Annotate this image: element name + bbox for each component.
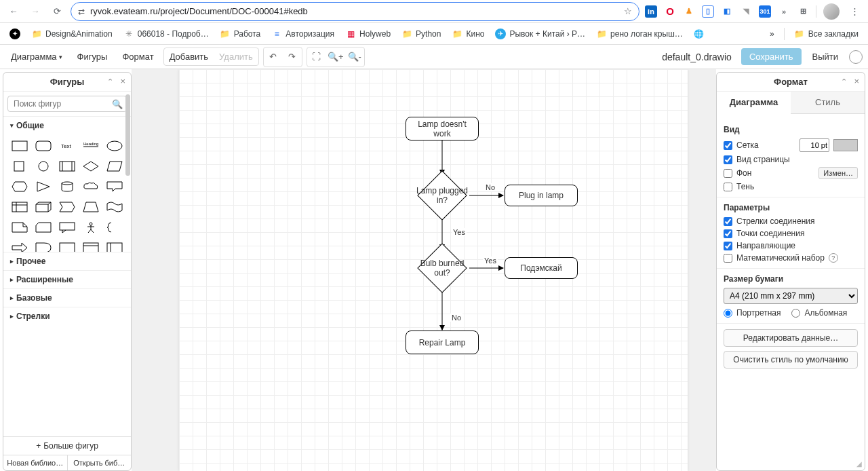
- bookmark-reno[interactable]: 📁рено логан крыш…: [592, 26, 687, 41]
- connpoints-checkbox[interactable]: [724, 229, 732, 238]
- edge-no1[interactable]: No: [484, 183, 496, 191]
- shape-container[interactable]: [56, 239, 77, 252]
- shape-arrow-right[interactable]: [9, 239, 30, 252]
- shape-cloud[interactable]: [81, 178, 102, 195]
- language-button[interactable]: [849, 50, 863, 64]
- back-button[interactable]: ←: [5, 3, 22, 20]
- new-library-button[interactable]: Новая библио…: [3, 455, 68, 470]
- tab-style[interactable]: Стиль: [791, 92, 865, 113]
- tab-diagram[interactable]: Диаграмма: [717, 92, 791, 114]
- resize-handle[interactable]: ◢: [856, 460, 862, 468]
- forward-button[interactable]: →: [27, 3, 43, 20]
- menu-diagram[interactable]: Диаграмма▾: [5, 48, 68, 65]
- category-ext[interactable]: ▸Расширенные: [3, 270, 131, 288]
- landscape-radio[interactable]: [791, 309, 800, 318]
- avatar[interactable]: [823, 3, 840, 20]
- category-general[interactable]: ▾Общие: [3, 116, 131, 134]
- close-icon[interactable]: ×: [120, 76, 125, 86]
- badge-icon[interactable]: 301: [759, 5, 771, 18]
- shape-actor[interactable]: [81, 219, 102, 236]
- collapse-icon[interactable]: ⌃: [107, 77, 113, 86]
- opera-icon[interactable]: O: [664, 5, 676, 18]
- shape-tape[interactable]: [104, 198, 125, 216]
- apps-icon[interactable]: ✦: [5, 26, 24, 41]
- all-bookmarks[interactable]: 📁Все закладки: [790, 26, 863, 41]
- node-replace[interactable]: Подэмскай: [505, 257, 578, 279]
- canvas[interactable]: Lamp doesn't work Lamp plugged in? Plug …: [132, 69, 716, 471]
- shape-ellipse[interactable]: [104, 137, 125, 155]
- node-plugged[interactable]: Lamp plugged in?: [415, 174, 469, 216]
- linkedin-icon[interactable]: in: [645, 5, 657, 18]
- grid-size-input[interactable]: [800, 138, 829, 152]
- zoom-out-button[interactable]: 🔍-: [345, 48, 364, 67]
- shape-process[interactable]: [56, 157, 77, 175]
- shape-rect[interactable]: [9, 137, 30, 155]
- portrait-radio[interactable]: [724, 309, 732, 318]
- shape-triangle[interactable]: [33, 178, 54, 195]
- shape-step[interactable]: [56, 198, 77, 216]
- scrollbar[interactable]: [125, 94, 130, 176]
- category-basic[interactable]: ▸Базовые: [3, 288, 131, 307]
- menu-shapes[interactable]: Фигуры: [72, 48, 113, 65]
- node-start[interactable]: Lamp doesn't work: [406, 117, 479, 140]
- edit-data-button[interactable]: Редактировать данные…: [724, 329, 858, 347]
- ok-icon[interactable]: ♟: [683, 5, 695, 18]
- background-checkbox[interactable]: [724, 169, 732, 178]
- connarrows-checkbox[interactable]: [724, 217, 732, 226]
- collapse-icon[interactable]: ⌃: [841, 77, 847, 86]
- grid-checkbox[interactable]: [724, 141, 732, 150]
- shape-trapezoid[interactable]: [81, 198, 102, 216]
- extensions-icon[interactable]: ⊞: [797, 5, 809, 18]
- shape-containerv[interactable]: [104, 239, 125, 252]
- shape-text[interactable]: Text: [56, 137, 77, 155]
- add-button[interactable]: Добавить: [164, 48, 214, 65]
- shape-containerh[interactable]: [81, 239, 102, 252]
- more-ext-icon[interactable]: »: [778, 5, 790, 18]
- delete-button[interactable]: Удалить: [214, 48, 258, 65]
- help-icon[interactable]: ?: [829, 253, 838, 263]
- bookmark-066018[interactable]: ✳066018 - Подроб…: [119, 26, 213, 41]
- shape-note[interactable]: [9, 219, 30, 236]
- change-button[interactable]: Измен…: [818, 167, 858, 179]
- math-checkbox[interactable]: [724, 254, 732, 263]
- address-bar[interactable]: ⇄ ryvok.evateam.ru/project/Document/DOC-…: [71, 2, 639, 21]
- exit-button[interactable]: Выйти: [806, 48, 846, 65]
- shape-card[interactable]: [33, 219, 54, 236]
- shape-circle[interactable]: [33, 157, 54, 175]
- shape-diamond[interactable]: [81, 157, 102, 175]
- shape-callout[interactable]: [104, 178, 125, 195]
- close-icon[interactable]: ×: [854, 76, 859, 86]
- bookmark-globe[interactable]: 🌐: [690, 26, 709, 41]
- open-library-button[interactable]: Открыть биб…: [68, 455, 132, 470]
- redo-button[interactable]: ↷: [283, 48, 302, 67]
- edge-no2[interactable]: No: [450, 314, 462, 322]
- shape-cylinder[interactable]: [56, 178, 77, 195]
- star-icon[interactable]: ☆: [624, 6, 632, 16]
- reload-button[interactable]: ⟳: [49, 3, 65, 20]
- category-arrows[interactable]: ▸Стрелки: [3, 307, 131, 325]
- node-repair[interactable]: Repair Lamp: [406, 331, 479, 354]
- shape-hexagon[interactable]: [9, 178, 30, 195]
- edge-yes1[interactable]: Yes: [452, 228, 467, 236]
- fit-button[interactable]: ⛶: [307, 48, 326, 67]
- search-icon[interactable]: 🔍: [112, 99, 123, 109]
- bookmark-holyweb[interactable]: ▦Holyweb: [341, 26, 395, 41]
- shape-square[interactable]: [9, 157, 30, 175]
- shapes-search-input[interactable]: [7, 96, 127, 112]
- shape-rounded[interactable]: [33, 137, 54, 155]
- bookmark-auth[interactable]: ≡Авторизация: [267, 26, 338, 41]
- bookmark-design[interactable]: 📁Design&Animation: [27, 26, 117, 41]
- menu-format[interactable]: Формат: [117, 48, 159, 65]
- category-other[interactable]: ▸Прочее: [3, 252, 131, 270]
- shape-cube[interactable]: [33, 198, 54, 216]
- bookmark-cinema[interactable]: 📁Кино: [448, 26, 488, 41]
- shape-heading[interactable]: Heading: [81, 137, 102, 155]
- zoom-in-button[interactable]: 🔍+: [326, 48, 345, 67]
- shape-internal[interactable]: [9, 198, 30, 216]
- bookmark-overflow[interactable]: »: [766, 27, 778, 41]
- clear-style-button[interactable]: Очистить стиль по умолчанию: [724, 351, 858, 369]
- rss-icon[interactable]: ◥: [740, 5, 752, 18]
- undo-button[interactable]: ↶: [264, 48, 283, 67]
- shape-comment[interactable]: [56, 219, 77, 236]
- node-plugin[interactable]: Plug in lamp: [505, 185, 578, 206]
